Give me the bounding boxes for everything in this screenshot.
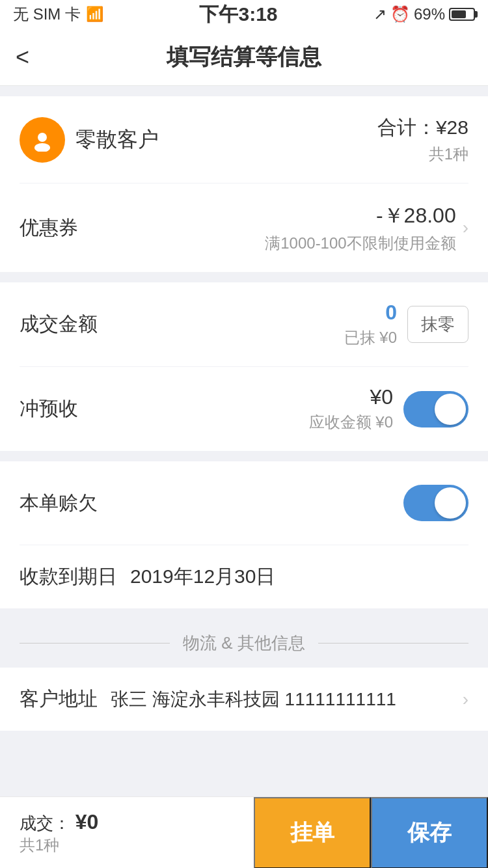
save-button[interactable]: 保存 [371, 797, 488, 869]
prepayment-label: 冲预收 [20, 396, 78, 422]
total-amount: 合计：¥28 [377, 115, 468, 141]
status-right: ↗ ⏰ 69% [373, 5, 475, 23]
round-zero-button[interactable]: 抹零 [407, 306, 468, 343]
logistics-label: 物流 & 其他信息 [183, 632, 305, 655]
bottom-deal-amount: ¥0 [75, 810, 99, 834]
bottom-count: 共1种 [20, 835, 234, 856]
toggle-knob [435, 394, 466, 425]
customer-right: 合计：¥28 共1种 [377, 115, 468, 165]
prepayment-toggle[interactable] [403, 391, 468, 427]
divider-line-right [318, 643, 468, 644]
coupon-right: -￥28.00 满1000-100不限制使用金额 › [265, 202, 468, 254]
transaction-section: 成交金额 0 已抹 ¥0 抹零 冲预收 ¥0 应收金额 ¥0 [0, 282, 488, 451]
customer-name: 零散客户 [75, 126, 159, 154]
chevron-right-icon: › [463, 217, 468, 238]
main-content: 零散客户 合计：¥28 共1种 优惠券 -￥28.00 满1000-100不限制… [0, 96, 488, 815]
bottom-bar: 成交： ¥0 共1种 挂单 保存 [0, 796, 488, 868]
customer-row: 零散客户 合计：¥28 共1种 [0, 96, 488, 183]
address-chevron-icon: › [463, 689, 468, 710]
customer-left: 零散客户 [20, 117, 159, 163]
coupon-desc: 满1000-100不限制使用金额 [265, 233, 455, 254]
svg-point-0 [38, 133, 47, 142]
credit-section: 本单赊欠 收款到期日 2019年12月30日 [0, 461, 488, 608]
due-date-label: 收款到期日 [20, 563, 117, 590]
wifi-icon: 📶 [86, 6, 103, 23]
divider-line-left [20, 643, 170, 644]
transaction-row: 成交金额 0 已抹 ¥0 抹零 [0, 282, 488, 366]
prepayment-value-block: ¥0 应收金额 ¥0 [309, 385, 393, 433]
prepayment-row: 冲预收 ¥0 应收金额 ¥0 [0, 367, 488, 451]
credit-label: 本单赊欠 [20, 490, 98, 517]
battery-fill [452, 10, 466, 18]
status-bar: 无 SIM 卡 📶 下午3:18 ↗ ⏰ 69% [0, 0, 488, 29]
customer-section: 零散客户 合计：¥28 共1种 优惠券 -￥28.00 满1000-100不限制… [0, 96, 488, 272]
transaction-already: 已抹 ¥0 [344, 327, 397, 348]
due-date-value: 2019年12月30日 [130, 563, 275, 590]
credit-row: 本单赊欠 [0, 461, 488, 545]
carrier-text: 无 SIM 卡 [13, 4, 81, 25]
back-button[interactable]: < [16, 44, 29, 71]
credit-toggle-knob [435, 487, 466, 519]
address-row[interactable]: 客户地址 张三 海淀永丰科技园 11111111111 › [0, 668, 488, 731]
status-left: 无 SIM 卡 📶 [13, 4, 103, 25]
time-display: 下午3:18 [199, 1, 277, 28]
total-count: 共1种 [377, 144, 468, 165]
coupon-label: 优惠券 [20, 215, 78, 241]
transaction-value-block: 0 已抹 ¥0 [344, 301, 397, 348]
due-date-row: 收款到期日 2019年12月30日 [0, 545, 488, 608]
bottom-deal-row: 成交： ¥0 [20, 810, 234, 835]
coupon-discount: -￥28.00 [265, 202, 455, 230]
transaction-value: 0 [344, 301, 397, 325]
alarm-icon: ⏰ [390, 5, 410, 23]
battery-text: 69% [414, 5, 445, 23]
page-title: 填写结算等信息 [167, 42, 321, 72]
prepayment-right: ¥0 应收金额 ¥0 [309, 385, 468, 433]
avatar [20, 117, 65, 163]
coupon-value-block: -￥28.00 满1000-100不限制使用金额 [265, 202, 455, 254]
svg-point-1 [34, 143, 50, 152]
prepayment-main: ¥0 [309, 385, 393, 409]
hang-button[interactable]: 挂单 [254, 797, 371, 869]
coupon-row[interactable]: 优惠券 -￥28.00 满1000-100不限制使用金额 › [0, 183, 488, 272]
nav-bar: < 填写结算等信息 [0, 29, 488, 86]
prepayment-sub: 应收金额 ¥0 [309, 412, 393, 433]
address-label: 客户地址 [20, 686, 98, 712]
transaction-label: 成交金额 [20, 311, 98, 338]
bottom-left: 成交： ¥0 共1种 [0, 810, 254, 856]
credit-toggle[interactable] [403, 485, 468, 521]
location-icon: ↗ [373, 5, 386, 23]
address-value: 张三 海淀永丰科技园 11111111111 [111, 687, 463, 712]
transaction-right: 0 已抹 ¥0 抹零 [344, 301, 468, 348]
bottom-deal-label: 成交： [20, 813, 70, 833]
battery-icon [449, 8, 475, 21]
logistics-divider: 物流 & 其他信息 [0, 619, 488, 668]
